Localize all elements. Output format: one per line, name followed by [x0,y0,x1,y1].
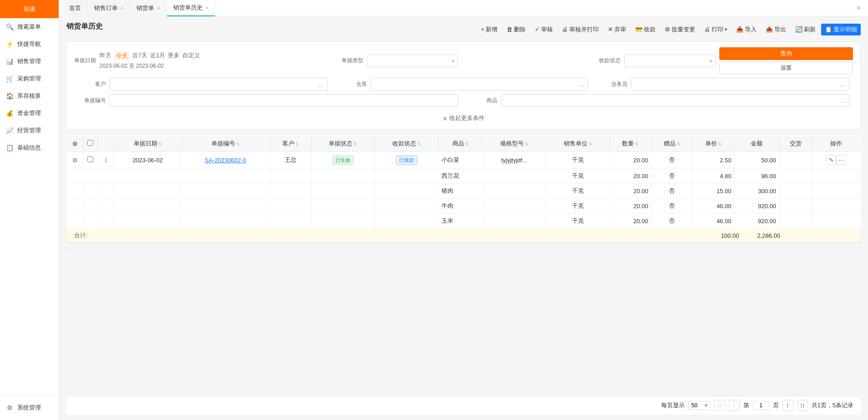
export-button[interactable]: 📤 导出 [762,24,790,35]
sidebar-item-sys-mgmt[interactable]: ⚙ 系统管理 [0,399,59,416]
th-docstatus[interactable]: 单据状态 ⇅ [311,136,375,152]
yesterday-shortcut[interactable]: 昨天 [100,51,111,60]
collapse-button[interactable]: ∧ 收起更多条件 [443,112,485,124]
customer-dots[interactable]: … [318,80,325,88]
table-row: ⚙12023-06-02SA-20230602-0王总已生效已收款小白菜tyjy… [67,152,861,169]
custom-shortcut[interactable]: 自定义 [182,51,200,60]
date-sort-icon[interactable]: ⇅ [158,141,162,146]
td-customer: 王总 [270,152,311,169]
tab-sales-goods[interactable]: 销货单 × [130,0,166,16]
doc-type-dropdown[interactable]: ▾ [452,57,455,65]
sidebar-item-quick-nav[interactable]: ⚡ 快捷导航 [0,35,59,53]
row-num: 1 [104,157,107,164]
paystatus-sort-icon[interactable]: ⇅ [417,141,421,146]
refresh-button[interactable]: 🔄 刷新 [792,24,819,35]
goods-input[interactable]: … [501,94,850,107]
unit-sort-icon[interactable]: ⇅ [588,141,592,146]
staff-input[interactable]: … [631,78,849,90]
audit-print-button[interactable]: 🖨 审核并打印 [558,24,602,35]
close-all-tabs[interactable]: × [853,4,864,12]
warehouse-dots[interactable]: … [579,80,585,88]
today-shortcut[interactable]: 今天 [114,51,130,60]
pagination: 每页显示 20 50 100 ⟨⟨ ⟨ 第 页 ⟩ ⟩⟩ 共1页，5条记录 [66,396,861,415]
edit-op-btn[interactable]: ✎ [826,155,836,165]
close-sales-order-tab[interactable]: × [120,5,123,11]
settings-button[interactable]: 设置 [719,62,853,74]
sidebar-item-search-menu[interactable]: 🔍 搜索菜单 [0,18,59,35]
th-gift[interactable]: 赠品 ⇅ [651,136,692,152]
sidebar-item-purchase-mgmt[interactable]: 🛒 采购管理 [0,70,59,87]
staff-dots[interactable]: … [840,80,846,88]
delete-button[interactable]: 🗑 删除 [503,24,529,35]
first-page-btn[interactable]: ⟨⟨ [714,400,725,411]
tab-home[interactable]: 首页 [63,0,88,16]
th-unit[interactable]: 销售单位 ⇅ [546,136,610,152]
docno-sort-icon[interactable]: ⇅ [236,141,240,146]
sidebar-item-ops-mgmt[interactable]: 📈 经营管理 [0,122,59,139]
doc-no-input[interactable] [110,94,458,107]
page-number-input[interactable] [753,401,769,410]
td-gift: 否 [651,214,692,229]
qty-sort-icon[interactable]: ⇅ [635,141,638,146]
customer-sort-icon[interactable]: ⇅ [295,141,299,146]
sidebar-item-basic-info[interactable]: 📋 基础信息 [0,139,59,156]
batch-change-button[interactable]: ⚙ 批量变更 [661,24,699,35]
import-button[interactable]: 📥 导入 [733,24,760,35]
th-docno[interactable]: 单据编号 ⇅ [181,136,270,152]
query-button[interactable]: 查询 [719,47,853,60]
last-page-btn[interactable]: ⟩⟩ [797,400,808,411]
td-transaction [779,169,812,184]
1month-shortcut[interactable]: 近1月 [150,51,165,60]
doc-type-input[interactable]: ▾ [367,55,458,67]
page-size-select[interactable]: 20 50 100 [688,401,711,410]
th-date[interactable]: 单据日期 ⇅ [114,136,181,152]
row-checkbox[interactable] [87,156,93,162]
row-amount: 96.00 [761,173,776,180]
more-op-btn[interactable]: ⋯ [836,155,846,165]
new-button[interactable]: + 新增 [477,24,501,35]
select-all-checkbox[interactable] [87,140,93,146]
sidebar-item-fund-mgmt[interactable]: 💰 资金管理 [0,105,59,122]
goods-sort-icon[interactable]: ⇅ [465,141,469,146]
docstatus-sort-icon[interactable]: ⇅ [353,141,357,146]
row-amount: 300.00 [758,188,776,195]
row-docno[interactable]: SA-20230602-0 [205,157,246,164]
prev-page-btn[interactable]: ⟨ [729,400,740,411]
th-spec[interactable]: 规格型号 ⇅ [482,136,546,152]
th-price[interactable]: 单价 ⇅ [693,136,734,152]
row-goods: 猪肉 [442,187,453,194]
row-settings-icon[interactable]: ⚙ [72,157,78,164]
sidebar-item-inventory[interactable]: 🏠 库存核算 [0,87,59,105]
goods-dots[interactable]: … [840,97,846,104]
th-settings[interactable]: ⚙ [67,136,83,152]
th-qty[interactable]: 数量 ⇅ [610,136,651,152]
show-detail-button[interactable]: 📋 显示明细 [821,24,861,35]
th-paystatus[interactable]: 收款状态 ⇅ [375,136,438,152]
pay-status-input[interactable]: ▾ [624,55,715,67]
th-customer[interactable]: 客户 ⇅ [270,136,311,152]
horizontal-scrollbar[interactable] [66,243,861,248]
price-sort-icon[interactable]: ⇅ [718,141,722,146]
close-sales-history-tab[interactable]: × [206,5,208,10]
next-page-btn[interactable]: ⟩ [783,400,793,411]
audit-button[interactable]: ✓ 审核 [531,24,557,35]
spec-sort-icon[interactable]: ⇅ [525,141,528,146]
th-goods[interactable]: 商品 ⇅ [438,136,482,152]
row-goods: 小白菜 [442,156,459,163]
gift-sort-icon[interactable]: ⇅ [677,141,680,146]
7days-shortcut[interactable]: 近7天 [132,51,147,60]
print-button[interactable]: 🖨 打印 ▾ [701,24,731,35]
more-shortcut[interactable]: 更多 [168,51,180,60]
collect-button[interactable]: 💳 收款 [632,24,659,35]
tab-sales-history[interactable]: 销货单历史 × [167,0,215,16]
tab-sales-order[interactable]: 销售订单 × [88,0,130,16]
close-sales-goods-tab[interactable]: × [157,5,160,11]
abandon-button[interactable]: ✕ 弃审 [604,24,630,35]
warehouse-input[interactable]: … [371,78,589,90]
pay-status-dropdown[interactable]: ▾ [709,57,712,65]
customer-input[interactable]: … [110,78,328,90]
abandon-label: 弃审 [614,25,626,34]
sidebar-item-sales-mgmt[interactable]: 📊 销售管理 [0,53,59,70]
sys-mgmt-icon: ⚙ [5,404,14,412]
warehouse-label: 仓库 [335,80,367,88]
